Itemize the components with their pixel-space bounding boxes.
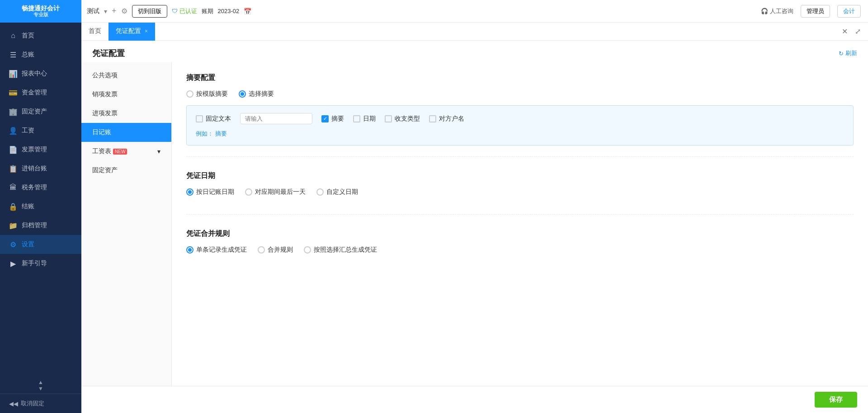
page-title: 凭证配置 (92, 48, 125, 59)
sidebar-item-ledger[interactable]: ☰ 总账 (0, 45, 81, 64)
summary-config-section: 摘要配置 按模版摘要 选择摘要 (186, 73, 854, 157)
content-area: 首页 凭证配置 × ✕ ⤢ 凭证配置 ↻ 刷新 公共选项 (81, 23, 868, 413)
left-nav-payroll-table[interactable]: 工资表 NEW ▾ (81, 142, 171, 161)
sidebar-item-archive[interactable]: 📁 归档管理 (0, 216, 81, 235)
radio-custom-date[interactable]: 自定义日期 (316, 188, 358, 196)
sidebar-label-archive: 归档管理 (22, 221, 47, 230)
checkbox-date-box (353, 115, 360, 122)
checkbox-date[interactable]: 日期 (353, 115, 376, 123)
left-nav-fixed-assets[interactable]: 固定资产 (81, 161, 171, 180)
scroll-down-arrow[interactable]: ▼ (38, 385, 43, 392)
left-nav-payroll-label: 工资表 NEW (92, 147, 127, 155)
manager-btn[interactable]: 管理员 (801, 5, 830, 18)
payment-type-label: 收支类型 (395, 115, 420, 123)
radio-period-last[interactable]: 对应期间最后一天 (245, 188, 306, 196)
cancel-fixed-btn[interactable]: ◀◀ 取消固定 (0, 394, 81, 413)
left-nav-sales-invoice[interactable]: 销项发票 (81, 85, 171, 104)
radio-select-summary[interactable]: 选择摘要 (239, 90, 274, 98)
tab-home[interactable]: 首页 (81, 23, 108, 41)
radio-journal-date[interactable]: 按日记账日期 (186, 188, 234, 196)
sidebar-item-invoice[interactable]: 📄 发票管理 (0, 140, 81, 159)
tab-close-btn[interactable]: × (145, 28, 148, 34)
sidebar-item-guide[interactable]: ▶ 新手引导 (0, 254, 81, 273)
voucher-date-title: 凭证日期 (186, 171, 854, 181)
radio-journal-date-circle (186, 188, 193, 196)
tab-bar-actions: ✕ ⤢ (840, 25, 868, 38)
sidebar-label-report: 报表中心 (22, 70, 47, 78)
sidebar: ⌂ 首页 ☰ 总账 📊 报表中心 💳 资金管理 🏢 固定资产 👤 工资 (0, 23, 81, 413)
top-header: 畅捷通好会计 专业版 测试 ▾ + ⚙ 切到旧版 🛡 已认证 账期 2023-0… (0, 0, 868, 23)
bottom-bar: 保存 (81, 386, 868, 413)
checkbox-fixed-text[interactable]: 固定文本 (196, 115, 231, 123)
summary-options-box: 固定文本 ✓ 摘要 日期 (186, 105, 854, 145)
invoice-icon: 📄 (9, 145, 17, 154)
radio-template-circle (186, 90, 193, 98)
trading-icon: 📋 (9, 164, 17, 173)
checkbox-summary[interactable]: ✓ 摘要 (321, 115, 344, 123)
sidebar-item-capital[interactable]: 💳 资金管理 (0, 83, 81, 102)
sidebar-label-trading: 进销台账 (22, 164, 47, 173)
radio-template-summary[interactable]: 按模版摘要 (186, 90, 228, 98)
sidebar-item-closing[interactable]: 🔒 结账 (0, 197, 81, 216)
tab-voucher-config[interactable]: 凭证配置 × (108, 23, 155, 41)
left-nav-journal[interactable]: 日记账 (81, 123, 171, 142)
sidebar-label-guide: 新手引导 (22, 259, 47, 268)
calendar-icon[interactable]: 📅 (244, 8, 251, 15)
checkbox-counterparty-box (429, 115, 436, 122)
sidebar-item-tax[interactable]: 🏛 税务管理 (0, 178, 81, 197)
checkbox-counterparty[interactable]: 对方户名 (429, 115, 464, 123)
scroll-up-arrow[interactable]: ▲ (38, 379, 43, 385)
logo: 畅捷通好会计 专业版 (0, 0, 81, 23)
checkbox-payment-type[interactable]: 收支类型 (385, 115, 420, 123)
switch-old-btn[interactable]: 切到旧版 (132, 5, 167, 18)
checkbox-payment-box (385, 115, 392, 122)
radio-select-label: 选择摘要 (249, 90, 274, 98)
archive-icon: 📁 (9, 221, 17, 230)
left-nav-purchase-invoice[interactable]: 进项发票 (81, 104, 171, 123)
radio-merge-rules[interactable]: 合并规则 (258, 246, 293, 254)
merge-rules-title: 凭证合并规则 (186, 229, 854, 239)
accountant-btn[interactable]: 会计 (837, 5, 861, 18)
sidebar-item-report[interactable]: 📊 报表中心 (0, 64, 81, 83)
tab-expand-btn[interactable]: ⤢ (853, 25, 863, 38)
radio-template-label: 按模版摘要 (196, 90, 228, 98)
sidebar-item-home[interactable]: ⌂ 首页 (0, 26, 81, 45)
voucher-date-section: 凭证日期 按日记账日期 对应期间最后一天 自定义日期 (186, 171, 854, 215)
save-btn[interactable]: 保存 (815, 392, 857, 408)
radio-custom-date-circle (316, 188, 324, 196)
merge-rules-radio-group: 单条记录生成凭证 合并规则 按照选择汇总生成凭证 (186, 246, 854, 254)
page-header: 凭证配置 ↻ 刷新 (81, 41, 868, 62)
sidebar-item-payroll[interactable]: 👤 工资 (0, 121, 81, 140)
radio-single-record[interactable]: 单条记录生成凭证 (186, 246, 247, 254)
sidebar-label-invoice: 发票管理 (22, 145, 47, 154)
fixed-text-input[interactable] (240, 113, 312, 124)
fixed-text-label: 固定文本 (206, 115, 231, 123)
consultant-btn[interactable]: 🎧 人工咨询 (761, 7, 793, 15)
sidebar-item-settings[interactable]: ⚙ 设置 (0, 235, 81, 254)
left-nav-public[interactable]: 公共选项 (81, 66, 171, 85)
left-nav-purchase-label: 进项发票 (92, 109, 118, 117)
summary-label: 摘要 (331, 115, 344, 123)
sidebar-label-home: 首页 (22, 32, 34, 40)
radio-single-circle (186, 246, 193, 253)
add-workspace-btn[interactable]: + (112, 6, 117, 16)
shield-icon: 🛡 (172, 8, 178, 14)
radio-single-label: 单条记录生成凭证 (196, 246, 247, 254)
radio-period-last-circle (245, 188, 252, 196)
radio-select-summary-generate[interactable]: 按照选择汇总生成凭证 (304, 246, 377, 254)
settings-gear-icon[interactable]: ⚙ (121, 7, 127, 15)
sidebar-item-assets[interactable]: 🏢 固定资产 (0, 102, 81, 121)
sidebar-item-trading[interactable]: 📋 进销台账 (0, 159, 81, 178)
date-label: 日期 (363, 115, 376, 123)
checkbox-fixed-text-box (196, 115, 203, 122)
scroll-controls: ▲ ▼ (0, 377, 81, 394)
capital-icon: 💳 (9, 89, 17, 97)
main-layout: ⌂ 首页 ☰ 总账 📊 报表中心 💳 资金管理 🏢 固定资产 👤 工资 (0, 23, 868, 413)
workspace-dropdown-icon[interactable]: ▾ (104, 8, 107, 15)
refresh-btn[interactable]: ↻ 刷新 (839, 49, 857, 57)
radio-merge-circle (258, 246, 265, 253)
voucher-date-radio-group: 按日记账日期 对应期间最后一天 自定义日期 (186, 188, 854, 196)
radio-merge-label: 合并规则 (268, 246, 293, 254)
sidebar-label-settings: 设置 (22, 240, 34, 249)
tab-close-action-btn[interactable]: ✕ (840, 25, 849, 38)
